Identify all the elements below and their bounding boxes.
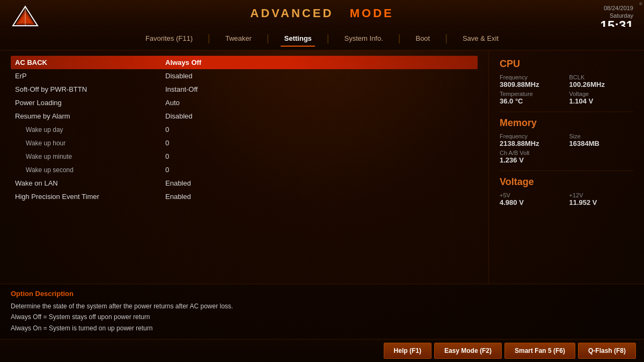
date-display: 08/24/2019 Saturday [604,5,633,19]
setting-name-power-loading: Power Loading [15,99,165,107]
setting-row-wake-second[interactable]: Wake up second 0 [11,163,478,176]
setting-row-ac-back[interactable]: AC BACK Always Off [11,56,478,69]
nav-item-saveexit[interactable]: Save & Exit [448,31,514,46]
main-content: AC BACK Always Off ErP Disabled Soft-Off… [0,50,644,284]
header-title: ADVANCED MODE [250,6,393,20]
volt-5v-value: 4.980 V [500,198,564,206]
cpu-freq-label: Frequency [500,74,564,80]
option-desc-title: Option Description [11,290,633,298]
easy-mode-button[interactable]: Easy Mode (F2) [434,343,502,359]
memory-divider [500,171,633,171]
cpu-section-title: CPU [500,58,633,70]
cpu-freq-value: 3809.88MHz [500,80,564,88]
setting-value-power-loading: Auto [165,99,180,107]
smart-fan-button[interactable]: Smart Fan 5 (F6) [504,343,575,359]
cpu-info-grid: Frequency 3809.88MHz BCLK 100.26MHz Temp… [500,74,633,105]
option-description-panel: Option Description Determine the state o… [0,284,644,339]
voltage-info-grid: +5V 4.980 V +12V 11.952 V [500,192,633,206]
mem-size-label: Size [569,133,634,139]
setting-value-wake-hour: 0 [165,139,169,147]
setting-name-wake-lan: Wake on LAN [15,179,165,187]
cpu-freq-group: Frequency 3809.88MHz [500,74,564,88]
volt-12v-value: 11.952 V [569,198,634,206]
cpu-bclk-group: BCLK 100.26MHz [569,74,634,88]
setting-name-wake-second: Wake up second [15,166,165,174]
cpu-volt-label: Voltage [569,91,634,97]
setting-value-erp: Disabled [165,72,193,80]
volt-12v-group: +12V 11.952 V [569,192,634,206]
settings-panel: AC BACK Always Off ErP Disabled Soft-Off… [0,50,488,284]
option-desc-text: Determine the state of the system after … [11,301,633,334]
nav-item-settings[interactable]: Settings [269,31,327,46]
mem-chvolt-value: 1.236 V [500,156,564,164]
cpu-volt-group: Voltage 1.104 V [569,91,634,105]
aorus-logo-icon [11,5,40,27]
option-desc-line-3: Always On = System is turned on up power… [11,324,152,332]
cpu-temp-value: 36.0 °C [500,97,564,105]
setting-name-ac-back: AC BACK [15,58,165,67]
setting-row-soft-off[interactable]: Soft-Off by PWR-BTTN Instant-Off [11,83,478,96]
setting-name-wake-day: Wake up day [15,126,165,134]
setting-row-power-loading[interactable]: Power Loading Auto [11,96,478,109]
option-desc-line-1: Determine the state of the system after … [11,302,233,310]
setting-value-wake-day: 0 [165,125,169,134]
cpu-temp-label: Temperature [500,91,564,97]
cpu-bclk-label: BCLK [569,74,634,80]
setting-row-hpet[interactable]: High Precision Event Timer Enabled [11,190,478,203]
registered-mark: ® [639,2,642,6]
mem-freq-value: 2138.88MHz [500,139,564,147]
setting-value-wake-second: 0 [165,166,169,174]
mem-freq-group: Frequency 2138.88MHz [500,133,564,147]
mem-size-group: Size 16384MB [569,133,634,147]
nav-item-sysinfo[interactable]: System Info. [330,31,398,46]
volt-5v-group: +5V 4.980 V [500,192,564,206]
setting-value-wake-minute: 0 [165,152,169,160]
setting-row-erp[interactable]: ErP Disabled [11,69,478,83]
memory-section-title: Memory [500,117,633,129]
voltage-section-title: Voltage [500,176,633,188]
setting-name-soft-off: Soft-Off by PWR-BTTN [15,85,165,93]
cpu-bclk-value: 100.26MHz [569,80,634,88]
setting-value-soft-off: Instant-Off [165,85,197,93]
nav-item-favorites[interactable]: Favorites (F11) [130,31,208,46]
volt-12v-label: +12V [569,192,634,198]
setting-name-resume-alarm: Resume by Alarm [15,112,165,120]
help-button[interactable]: Help (F1) [384,343,431,359]
info-panel: CPU Frequency 3809.88MHz BCLK 100.26MHz … [488,50,644,284]
volt-5v-label: +5V [500,192,564,198]
nav-item-tweaker[interactable]: Tweaker [210,31,267,46]
cpu-volt-value: 1.104 V [569,97,634,105]
navigation-bar: Favorites (F11) | Tweaker | Settings | S… [0,27,644,50]
cpu-temp-group: Temperature 36.0 °C [500,91,564,105]
mem-freq-label: Frequency [500,133,564,139]
setting-row-wake-day[interactable]: Wake up day 0 [11,123,478,136]
setting-name-hpet: High Precision Event Timer [15,193,165,201]
header-bar: AORUS ADVANCED MODE 08/24/2019 Saturday … [0,0,644,27]
mem-chvolt-group: Ch A/B Volt 1.236 V [500,150,564,164]
setting-value-resume-alarm: Disabled [165,112,193,120]
setting-name-wake-hour: Wake up hour [15,139,165,147]
setting-name-erp: ErP [15,72,165,80]
bottom-toolbar: Help (F1) Easy Mode (F2) Smart Fan 5 (F6… [0,339,644,362]
mem-size-value: 16384MB [569,139,634,147]
setting-name-wake-minute: Wake up minute [15,153,165,160]
setting-value-wake-lan: Enabled [165,179,191,187]
mem-chvolt-label: Ch A/B Volt [500,150,564,156]
setting-row-wake-minute[interactable]: Wake up minute 0 [11,150,478,163]
setting-value-hpet: Enabled [165,193,191,201]
setting-value-ac-back: Always Off [165,58,201,67]
title-suffix: MODE [350,6,394,20]
cpu-divider [500,112,633,112]
setting-row-resume-alarm[interactable]: Resume by Alarm Disabled [11,109,478,123]
setting-row-wake-lan[interactable]: Wake on LAN Enabled [11,176,478,190]
setting-row-wake-hour[interactable]: Wake up hour 0 [11,136,478,150]
option-desc-line-2: Always Off = System stays off upon power… [11,313,150,321]
memory-info-grid: Frequency 2138.88MHz Size 16384MB Ch A/B… [500,133,633,164]
nav-item-boot[interactable]: Boot [400,31,445,46]
title-prefix: ADVANCED [250,6,333,20]
qflash-button[interactable]: Q-Flash (F8) [578,343,636,359]
